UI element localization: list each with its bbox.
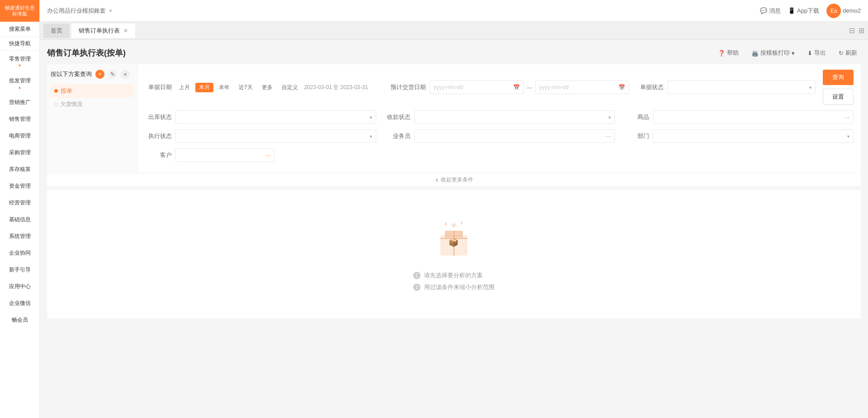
action-buttons-group: 查询 设置 <box>823 70 854 105</box>
content-area: 销售订单执行表(按单) ❓ 帮助 🖨️ 按模板打印 ▾ ⬇ 导出 ↻ 刷新 <box>40 40 868 418</box>
filter-panel: 按以下方案查询 + ✎ « 按单 欠货情况 <box>47 64 861 186</box>
member-label: 畅会员 <box>12 316 28 324</box>
svg-text:📦: 📦 <box>448 238 459 247</box>
status-select[interactable]: ▾ <box>667 81 816 94</box>
sidebar-item-inventory[interactable]: 库存核算 <box>0 161 39 178</box>
user-name: demo2 <box>843 7 861 14</box>
breadcrumb-dropdown-icon[interactable]: ▾ <box>109 8 112 13</box>
main-area: 办公用品行业模拟账套 ▾ 💬 消息 📱 App下载 Ea demo2 首页 <box>40 0 868 418</box>
sidebar-item-wechat[interactable]: 企业微信 <box>0 295 39 312</box>
payment-select[interactable]: ▾ <box>414 110 615 124</box>
add-scheme-button[interactable]: + <box>95 70 104 79</box>
wholesale-arrow: ▴ <box>19 85 21 90</box>
sidebar-quick-nav[interactable]: 快捷导航 <box>0 37 39 51</box>
sidebar-item-basic[interactable]: 基础信息 <box>0 211 39 228</box>
sidebar-item-wholesale[interactable]: 批发管理 ▴ <box>0 72 39 94</box>
breadcrumb-text: 办公用品行业模拟账套 <box>47 7 106 15</box>
filter-scheme-title: 按以下方案查询 <box>51 70 92 78</box>
tab-close-icon[interactable]: ✕ <box>123 28 128 34</box>
exec-select[interactable]: ▾ <box>175 129 376 143</box>
sidebar-item-purchase[interactable]: 采购管理 <box>0 144 39 161</box>
date-btn-this-month[interactable]: 本月 <box>195 83 213 92</box>
filter-body: 按以下方案查询 + ✎ « 按单 欠货情况 <box>47 64 861 173</box>
status-arrow: ▾ <box>809 85 811 90</box>
filter-field-customer: 客户 ··· <box>145 148 499 162</box>
print-arrow: ▾ <box>792 50 795 57</box>
tab-sales-order[interactable]: 销售订单执行表 ✕ <box>71 24 135 38</box>
topbar-left: 办公用品行业模拟账套 ▾ <box>47 7 112 15</box>
tab-home[interactable]: 首页 <box>43 24 70 38</box>
app-download-button[interactable]: 📱 App下载 <box>788 7 819 15</box>
tab-sales-order-label: 销售订单执行表 <box>79 27 120 35</box>
customer-more-icon[interactable]: ··· <box>265 152 271 159</box>
query-button[interactable]: 查询 <box>823 70 854 85</box>
sidebar-logo: 畅捷通好生意 标准版 <box>0 0 39 22</box>
print-button[interactable]: 🖨️ 按模板打印 ▾ <box>748 47 798 59</box>
salesman-more-icon[interactable]: ··· <box>605 133 611 140</box>
export-button[interactable]: ⬇ 导出 <box>804 47 830 59</box>
help-icon: ❓ <box>718 50 725 57</box>
message-icon: 💬 <box>760 7 767 14</box>
scheme-item-label2: 欠货情况 <box>61 100 82 108</box>
product-select[interactable]: ··· <box>653 110 854 124</box>
newbie-label: 新手引导 <box>9 266 31 274</box>
expected-date-label: 预计交货日期 <box>391 83 426 91</box>
marketing-label: 营销推广 <box>9 99 31 106</box>
page-header: 销售订单执行表(按单) ❓ 帮助 🖨️ 按模板打印 ▾ ⬇ 导出 ↻ 刷新 <box>47 47 861 59</box>
app-download-icon: 📱 <box>788 7 795 14</box>
customer-select[interactable]: ··· <box>175 148 275 162</box>
date-btn-last-month[interactable]: 上月 <box>175 83 193 92</box>
collapse-bar[interactable]: ∧ 收起更多条件 <box>47 173 861 186</box>
system-label: 系统管理 <box>9 233 31 240</box>
setting-button[interactable]: 设置 <box>823 89 854 105</box>
sidebar-item-ecommerce[interactable]: 电商管理 <box>0 128 39 144</box>
calendar-icon-2: 📅 <box>618 84 625 90</box>
date-quick-buttons: 上月 本月 本年 近7天 更多 自定义 <box>175 83 302 92</box>
date-btn-more[interactable]: 更多 <box>258 83 276 92</box>
expected-date-start[interactable]: yyyy-mm-dd 📅 <box>429 81 524 94</box>
filter-fields-panel: 单据日期 上月 本月 本年 近7天 更多 自定义 20 <box>137 64 861 173</box>
sidebar-item-finance[interactable]: 资金管理 <box>0 178 39 195</box>
scheme-item-single[interactable]: 按单 <box>51 84 133 98</box>
edit-scheme-button[interactable]: ✎ <box>108 70 117 79</box>
apps-label: 应用中心 <box>9 283 31 290</box>
svg-point-4 <box>453 225 455 227</box>
dept-select[interactable]: ▾ <box>653 129 854 143</box>
product-more-icon[interactable]: ··· <box>844 114 849 121</box>
salesman-select[interactable]: ··· <box>414 129 615 143</box>
filter-scheme-header: 按以下方案查询 + ✎ « <box>51 70 133 79</box>
sidebar-item-marketing[interactable]: 营销推广 <box>0 94 39 111</box>
date-btn-this-year[interactable]: 本年 <box>215 83 233 92</box>
message-button[interactable]: 💬 消息 <box>760 7 781 15</box>
sidebar-item-member[interactable]: 畅会员 <box>0 312 39 328</box>
tab-maximize-icon[interactable]: ⊞ <box>859 26 864 35</box>
collapse-scheme-button[interactable]: « <box>121 70 130 79</box>
quick-nav-label: 快捷导航 <box>9 40 31 48</box>
sidebar-item-sales[interactable]: 销售管理 <box>0 111 39 128</box>
sidebar-item-newbie[interactable]: 新手引导 <box>0 261 39 278</box>
sidebar-search-menu[interactable]: 搜索菜单 <box>0 22 39 37</box>
tab-minimize-icon[interactable]: ⊟ <box>849 26 855 35</box>
exec-label: 执行状态 <box>145 132 172 140</box>
sidebar-item-apps[interactable]: 应用中心 <box>0 278 39 295</box>
search-menu-label: 搜索菜单 <box>9 26 31 32</box>
logo-text: 畅捷通好生意 <box>5 5 35 11</box>
sidebar-item-retail[interactable]: 零售管理 ▾ <box>0 51 39 72</box>
help-label: 帮助 <box>727 49 739 57</box>
delivery-select[interactable]: ▾ <box>175 110 376 124</box>
app-download-label: App下载 <box>797 7 819 15</box>
date-btn-7days[interactable]: 近7天 <box>235 83 256 92</box>
expected-date-end[interactable]: yyyy-mm-dd 📅 <box>535 81 630 94</box>
date-btn-custom[interactable]: 自定义 <box>278 83 302 92</box>
scheme-item-shortage[interactable]: 欠货情况 <box>51 98 133 111</box>
user-menu[interactable]: Ea demo2 <box>826 4 861 18</box>
filter-field-salesman: 业务员 ··· <box>383 129 615 143</box>
sidebar-item-operations[interactable]: 经营管理 <box>0 195 39 211</box>
filter-field-dept: 部门 ▾ <box>622 129 854 143</box>
help-button[interactable]: ❓ 帮助 <box>714 47 742 59</box>
refresh-button[interactable]: ↻ 刷新 <box>835 47 861 59</box>
print-label: 按模板打印 <box>760 49 790 57</box>
sidebar-item-system[interactable]: 系统管理 <box>0 228 39 245</box>
sidebar-item-corp[interactable]: 企业协同 <box>0 245 39 261</box>
page-title: 销售订单执行表(按单) <box>47 48 126 58</box>
